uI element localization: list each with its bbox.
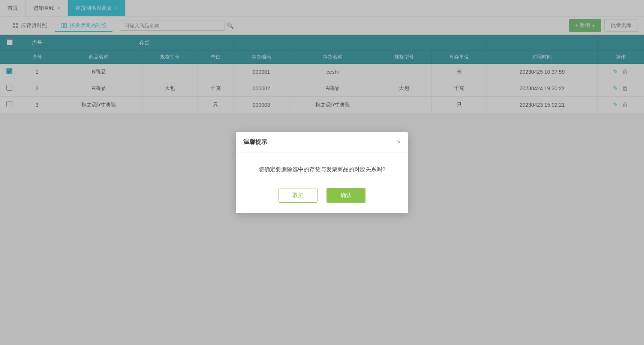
dialog-overlay: 温馨提示 × 您确定要删除选中的存货与发票商品的对应关系吗? 取消 确认 [0,0,644,113]
